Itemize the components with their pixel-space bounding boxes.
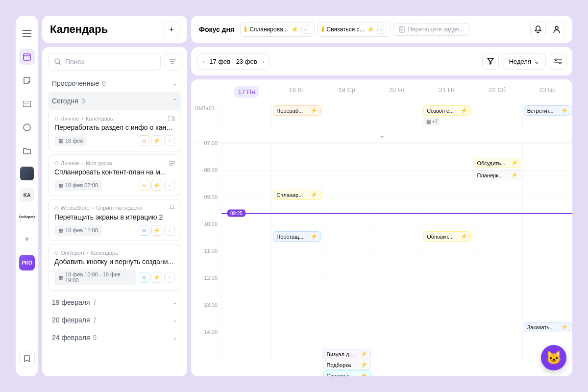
day-column[interactable]: Заказать...⚡ — [522, 143, 572, 359]
note-nav-icon[interactable] — [19, 73, 35, 88]
board-nav-icon[interactable] — [19, 96, 35, 112]
calendar-nav-icon[interactable] — [19, 49, 35, 65]
day-header[interactable]: 22 Сб — [472, 86, 522, 98]
check-icon[interactable]: ✓ — [164, 180, 175, 191]
allday-cell[interactable]: Созвон с...⚡▦ +7 — [422, 104, 472, 126]
check-icon[interactable]: ✓ — [164, 225, 175, 236]
day-header[interactable]: 19 Ср — [322, 86, 372, 98]
next-icon[interactable]: › — [262, 58, 264, 65]
day-header[interactable]: 17 Пн — [221, 86, 271, 98]
task-card[interactable]: ◇ Личное › Календарь Переработать раздел… — [48, 110, 181, 151]
chat-nav-icon[interactable] — [19, 120, 35, 135]
day-column[interactable]: Визуал д...⚡Подборка⚡Связатьс...⚡Редакти… — [322, 143, 372, 359]
allday-cell[interactable] — [322, 104, 372, 126]
zap-icon: ⚡ — [511, 160, 518, 166]
day-column[interactable] — [221, 143, 271, 359]
allday-cell[interactable] — [372, 104, 422, 126]
assistant-avatar[interactable]: 🐱 — [541, 345, 566, 370]
section-d24[interactable]: 24 февраля 5 ⌄ — [48, 329, 181, 346]
task-card[interactable]: ◇ iMediaStore › Спринт на неделю Перетащ… — [48, 199, 181, 241]
task-title: Переработать раздел с инфо о кана... — [54, 123, 175, 131]
calendar-icon: ▦ — [58, 182, 63, 189]
allday-event[interactable]: Созвон с...⚡ — [423, 105, 471, 116]
event-label: Обсудить... — [477, 160, 505, 166]
allday-event[interactable]: Встретит...⚡ — [524, 105, 571, 116]
day-header[interactable]: 18 Вт — [271, 86, 321, 98]
check-icon[interactable]: ✓ — [164, 272, 175, 283]
calendar-event[interactable]: Визуал д...⚡ — [323, 349, 371, 359]
day-column[interactable]: Спланир...⚡Перетащ...⚡ — [271, 143, 321, 359]
status-icon[interactable]: ☺ — [139, 272, 149, 283]
calendar-event[interactable]: Заказать...⚡ — [524, 322, 571, 332]
allday-cell[interactable]: Встретит...⚡ — [522, 104, 572, 126]
calendar-event[interactable]: Обновит...⚡ — [423, 231, 471, 242]
check-icon[interactable]: ✓ — [164, 135, 175, 146]
filter-icon[interactable] — [482, 53, 499, 70]
nav-sidebar: KA OnReport + PRO — [16, 16, 38, 376]
calendar-event[interactable]: Перетащ...⚡ — [273, 231, 320, 242]
calendar-event[interactable]: Планерк...⚡ — [473, 170, 521, 180]
notifications-icon[interactable] — [530, 22, 546, 37]
menu-icon[interactable] — [19, 25, 35, 41]
add-button[interactable]: + — [164, 22, 179, 37]
event-label: Планерк... — [477, 172, 503, 178]
calendar-event[interactable]: Связатьс...⚡ — [323, 370, 371, 376]
add-workspace-icon[interactable]: + — [19, 231, 35, 247]
calendar-event[interactable]: Спланир...⚡ — [273, 190, 320, 200]
svg-point-5 — [24, 124, 30, 131]
focus-drop-zone[interactable]: Перетащите задач... — [393, 23, 469, 36]
day-column[interactable]: Обновит...⚡ — [422, 143, 472, 359]
workspace-onreport[interactable]: OnReport — [20, 210, 34, 223]
allday-cell[interactable] — [221, 104, 271, 126]
calendar-icon: ▦ — [58, 274, 63, 281]
section-overdue[interactable]: Просроченные 0 ⌄ — [48, 74, 181, 92]
workspace-image[interactable] — [20, 167, 34, 180]
zap-icon[interactable]: ⚡ — [151, 272, 162, 283]
day-header[interactable]: 23 Вс — [522, 86, 572, 98]
date-range: 17 фев - 23 фев — [209, 58, 257, 65]
calendar-event[interactable]: Обсудить...⚡ — [473, 158, 521, 168]
allday-event[interactable]: Перераб...⚡ — [273, 105, 320, 116]
prev-icon[interactable]: ‹ — [202, 58, 204, 65]
task-card[interactable]: ◇ Личное › Моя доска Спланировать контен… — [48, 154, 181, 196]
day-column[interactable]: Обсудить...⚡Планерк...⚡ — [472, 143, 522, 359]
zap-icon[interactable]: ⚡ — [151, 135, 162, 146]
more-events-badge[interactable]: ▦ +7 — [423, 118, 441, 125]
view-select[interactable]: Неделя ⌄ — [503, 53, 546, 70]
zap-icon: ⚡ — [361, 351, 368, 357]
folder-nav-icon[interactable] — [19, 143, 35, 159]
day-header[interactable]: 21 Пт — [422, 86, 472, 98]
time-label: 11:00 — [191, 248, 221, 275]
priority-dot-icon — [322, 26, 324, 32]
workspace-ka[interactable]: KA — [20, 188, 34, 202]
check-icon[interactable]: ✓ — [377, 25, 386, 34]
allday-cell[interactable]: Перераб...⚡ — [271, 104, 321, 126]
profile-icon[interactable] — [549, 22, 564, 37]
task-card[interactable]: ◇ OnReport › Календарь Добавить кнопку и… — [48, 244, 181, 291]
bookmark-icon[interactable] — [19, 351, 35, 367]
day-header[interactable]: 20 Чт — [372, 86, 422, 98]
expand-allday-icon[interactable]: ⌄ — [191, 129, 572, 143]
section-d19[interactable]: 19 февраля 7 ⌄ — [48, 294, 181, 311]
task-title: Добавить кнопку и вернуть создани... — [54, 258, 175, 266]
status-icon[interactable]: ☺ — [139, 225, 149, 236]
settings-icon[interactable] — [550, 53, 566, 70]
focus-task-2[interactable]: Связаться с... ⚡ ✓ — [318, 22, 391, 37]
check-icon[interactable]: ✓ — [301, 25, 310, 34]
person-icon: ◇ — [54, 115, 58, 122]
section-d20[interactable]: 20 февраля 2 ⌄ — [48, 311, 181, 329]
sort-icon[interactable] — [164, 53, 181, 71]
zap-icon[interactable]: ⚡ — [151, 225, 162, 236]
section-today[interactable]: Сегодня 3 ⌃ — [48, 92, 181, 110]
calendar-event[interactable]: Подборка⚡ — [323, 360, 371, 370]
status-icon[interactable]: ☺ — [139, 135, 149, 146]
allday-cell[interactable] — [472, 104, 522, 126]
zap-icon[interactable]: ⚡ — [151, 180, 162, 191]
status-icon[interactable]: ☺ — [139, 180, 149, 191]
pro-badge[interactable]: PRO — [19, 255, 35, 270]
event-label: Перетащ... — [276, 234, 303, 240]
zap-icon: ⚡ — [367, 26, 374, 33]
day-column[interactable] — [372, 143, 422, 359]
focus-task-1[interactable]: Спланирова... ⚡ ✓ — [240, 22, 314, 37]
search-input[interactable]: Поиск — [48, 53, 161, 71]
